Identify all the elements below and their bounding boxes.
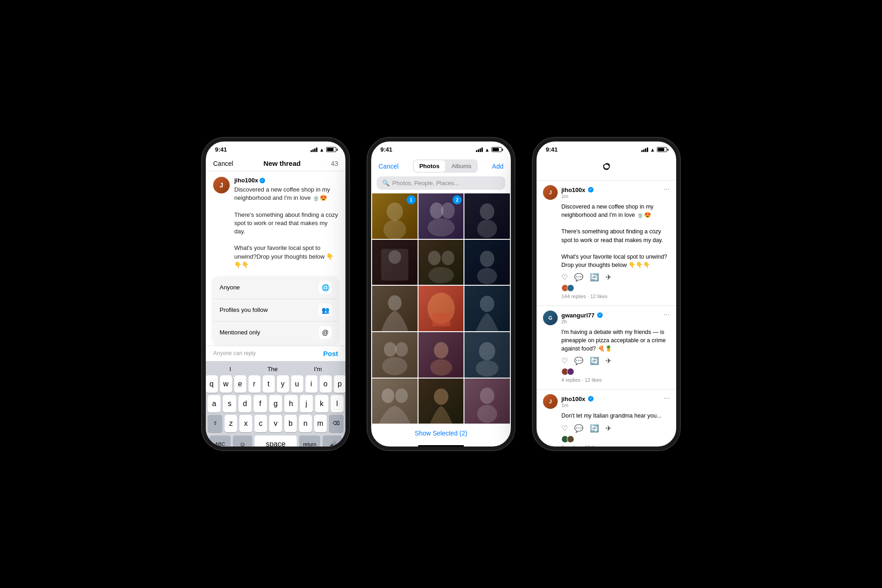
- tab-photos[interactable]: Photos: [414, 160, 445, 172]
- photo-cell-3[interactable]: [372, 240, 418, 285]
- reply-option-mentioned[interactable]: Mentioned only @: [213, 322, 338, 344]
- wifi-icon-2: ▲: [485, 147, 490, 153]
- status-icons-1: ▲: [311, 147, 336, 153]
- share-button-2[interactable]: ✈: [605, 356, 611, 365]
- key-c[interactable]: c: [254, 415, 267, 432]
- share-button-3[interactable]: ✈: [605, 424, 611, 433]
- photo-cell-13[interactable]: [418, 379, 464, 424]
- new-thread-header: Cancel New thread 43: [206, 155, 345, 171]
- feed-content: J jiho100x ✓ 1m ···: [537, 181, 676, 450]
- key-r[interactable]: r: [249, 375, 260, 393]
- key-h[interactable]: h: [284, 395, 297, 413]
- compose-text[interactable]: Discovered a new coffee shop in my neigh…: [234, 186, 338, 269]
- key-v[interactable]: v: [269, 415, 282, 432]
- comment-button-1[interactable]: 💬: [574, 273, 583, 282]
- key-u[interactable]: u: [291, 375, 303, 393]
- key-space[interactable]: space: [254, 435, 297, 450]
- key-d[interactable]: d: [238, 395, 251, 413]
- tab-albums[interactable]: Albums: [446, 160, 477, 172]
- reply-avatars-2: [561, 368, 670, 375]
- key-a[interactable]: a: [208, 395, 220, 413]
- phone-1: 9:41 ▲ Cancel New thread 43 J: [202, 138, 349, 450]
- photo-cell-6[interactable]: [372, 286, 418, 331]
- photo-add-button[interactable]: Add: [492, 163, 503, 170]
- key-g[interactable]: g: [269, 395, 282, 413]
- photo-cell-5[interactable]: [464, 240, 510, 285]
- comment-button-2[interactable]: 💬: [574, 356, 583, 365]
- key-delete[interactable]: ⌫: [329, 415, 344, 432]
- like-button-1[interactable]: ♡: [561, 273, 568, 282]
- keyboard-row-2: a s d f g h j k l: [208, 395, 344, 413]
- feed-time-1: 1m: [561, 193, 594, 199]
- phone-3: 9:41 ▲: [533, 138, 680, 450]
- show-selected-button[interactable]: Show Selected (2): [371, 424, 511, 442]
- feed-post-3: J jiho100x ✓ 1m ··· Don't let my Italian…: [537, 390, 676, 450]
- feed-avatar-2: G: [543, 311, 558, 325]
- verified-badge: ✓: [260, 178, 265, 183]
- feed-actions-1: ♡ 💬 🔄 ✈: [561, 273, 670, 282]
- repost-button-1[interactable]: 🔄: [590, 273, 599, 282]
- suggestion-im[interactable]: I'm: [314, 366, 322, 373]
- key-i[interactable]: i: [305, 375, 317, 393]
- photo-cell-10[interactable]: [418, 332, 464, 378]
- photo-cell-0[interactable]: 1: [372, 193, 418, 239]
- key-w[interactable]: w: [220, 375, 232, 393]
- photo-cancel-button[interactable]: Cancel: [379, 163, 399, 170]
- key-q[interactable]: q: [206, 375, 218, 393]
- mic-key[interactable]: 🎤: [322, 435, 342, 450]
- key-abc[interactable]: ABC: [209, 435, 231, 450]
- key-y[interactable]: y: [277, 375, 289, 393]
- key-t[interactable]: t: [263, 375, 275, 393]
- compose-footer: Anyone can reply Post: [206, 345, 345, 361]
- status-bar-2: 9:41 ▲: [371, 141, 511, 155]
- key-e[interactable]: e: [234, 375, 246, 393]
- key-n[interactable]: n: [299, 415, 311, 432]
- key-k[interactable]: k: [315, 395, 328, 413]
- suggestion-i[interactable]: I: [230, 366, 232, 373]
- emoji-key[interactable]: ☺: [233, 435, 252, 450]
- photo-cell-4[interactable]: [418, 240, 464, 285]
- svg-point-26: [395, 388, 408, 403]
- key-j[interactable]: j: [300, 395, 313, 413]
- more-options-3[interactable]: ···: [664, 394, 670, 402]
- key-z[interactable]: z: [225, 415, 237, 432]
- svg-point-30: [608, 164, 609, 165]
- key-b[interactable]: b: [284, 415, 297, 432]
- photo-cell-1[interactable]: 2: [418, 193, 464, 239]
- more-options-1[interactable]: ···: [664, 185, 670, 193]
- key-m[interactable]: m: [314, 415, 327, 432]
- repost-button-3[interactable]: 🔄: [590, 424, 599, 433]
- more-options-2[interactable]: ···: [664, 311, 670, 319]
- svg-point-19: [395, 342, 408, 357]
- feed-actions-2: ♡ 💬 🔄 ✈: [561, 356, 670, 365]
- key-p[interactable]: p: [334, 375, 346, 393]
- reply-option-anyone[interactable]: Anyone 🌐: [213, 277, 338, 299]
- key-s[interactable]: s: [223, 395, 236, 413]
- photo-cell-14[interactable]: [464, 379, 510, 424]
- key-f[interactable]: f: [254, 395, 266, 413]
- cancel-button[interactable]: Cancel: [213, 160, 233, 167]
- key-l[interactable]: l: [331, 395, 344, 413]
- feed-time-2: 2h: [561, 319, 603, 324]
- svg-point-24: [476, 360, 498, 377]
- comment-button-3[interactable]: 💬: [574, 424, 583, 433]
- repost-button-2[interactable]: 🔄: [590, 356, 599, 365]
- post-button[interactable]: Post: [323, 350, 338, 357]
- reply-option-following[interactable]: Profiles you follow 👥: [213, 299, 338, 322]
- svg-point-22: [430, 359, 452, 376]
- suggestion-the[interactable]: The: [267, 366, 277, 373]
- like-button-2[interactable]: ♡: [561, 356, 568, 365]
- key-x[interactable]: x: [239, 415, 252, 432]
- photo-cell-11[interactable]: [464, 332, 510, 378]
- photo-cell-12[interactable]: [372, 379, 418, 424]
- key-o[interactable]: o: [320, 375, 332, 393]
- photo-cell-7[interactable]: [418, 286, 464, 331]
- photo-cell-8[interactable]: [464, 286, 510, 331]
- like-button-3[interactable]: ♡: [561, 424, 568, 433]
- key-shift[interactable]: ⇧: [208, 415, 222, 432]
- photo-cell-9[interactable]: [372, 332, 418, 378]
- key-return[interactable]: return: [299, 435, 320, 450]
- share-button-1[interactable]: ✈: [605, 273, 611, 282]
- photo-search-bar[interactable]: 🔍 Photos, People, Places...: [377, 176, 505, 190]
- photo-cell-2[interactable]: [464, 193, 510, 239]
